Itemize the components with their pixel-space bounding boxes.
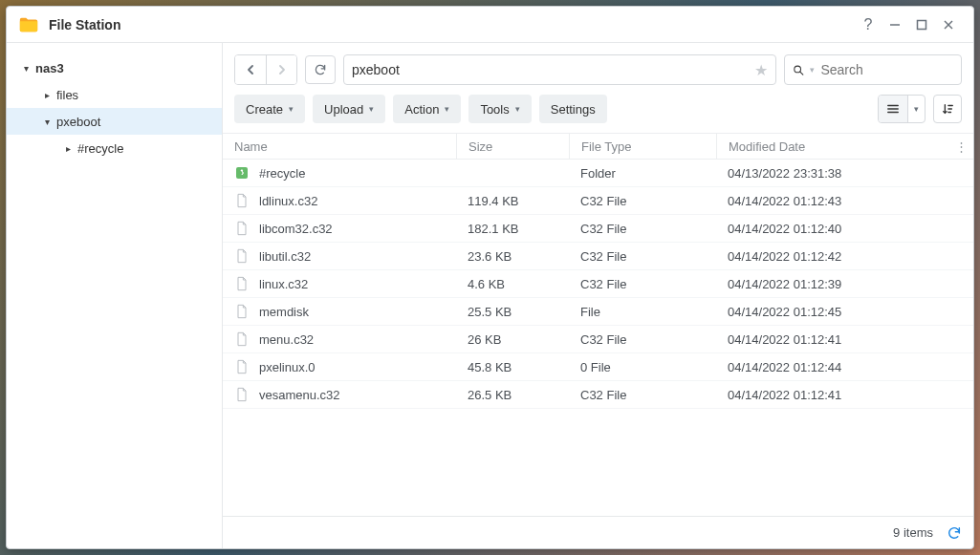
file-modified: 04/14/2022 01:12:45	[716, 298, 973, 325]
column-type[interactable]: File Type	[569, 134, 716, 159]
tree-root-label: nas3	[35, 61, 64, 75]
file-name: ldlinux.c32	[259, 194, 317, 208]
search-icon	[793, 63, 804, 77]
file-icon	[234, 248, 250, 264]
file-type: C32 File	[569, 270, 716, 297]
sort-button[interactable]	[933, 95, 962, 123]
file-type: C32 File	[569, 215, 716, 242]
navigation-toolbar: pxeboot ★ ▾	[223, 43, 973, 85]
file-modified: 04/14/2022 01:12:43	[716, 187, 973, 214]
table-row[interactable]: ldlinux.c32119.4 KBC32 File04/14/2022 01…	[223, 187, 973, 215]
file-name: linux.c32	[259, 277, 308, 291]
table-row[interactable]: menu.c3226 KBC32 File04/14/2022 01:12:41	[223, 326, 973, 353]
refresh-button[interactable]	[305, 55, 336, 84]
search-bar: ▾	[784, 54, 962, 85]
file-type: C32 File	[569, 381, 716, 408]
titlebar: File Station ?	[7, 7, 973, 43]
file-type: 0 File	[569, 353, 716, 380]
column-modified[interactable]: Modified Date	[716, 134, 973, 159]
body: ▾ nas3 ▸files▾pxeboot▸#recycle pxeboot ★…	[7, 43, 973, 548]
minimize-button[interactable]	[882, 11, 908, 38]
table-row[interactable]: #recycleFolder04/13/2022 23:31:38	[223, 160, 973, 187]
table-header: Name Size File Type Modified Date ⋮	[223, 133, 973, 160]
main-pane: pxeboot ★ ▾ Create▾ Upload▾ Action▾ Tool…	[223, 43, 973, 548]
status-refresh-button[interactable]	[947, 525, 962, 541]
file-modified: 04/14/2022 01:12:41	[716, 381, 973, 408]
file-type: C32 File	[569, 243, 716, 269]
back-button[interactable]	[235, 55, 266, 84]
tools-button[interactable]: Tools▾	[468, 95, 531, 123]
file-modified: 04/14/2022 01:12:44	[716, 353, 973, 380]
status-bar: 9 items	[223, 516, 973, 548]
file-modified: 04/13/2022 23:31:38	[716, 160, 973, 186]
search-input[interactable]	[820, 62, 953, 77]
action-toolbar: Create▾ Upload▾ Action▾ Tools▾ Settings …	[223, 85, 973, 133]
file-icon	[234, 221, 250, 236]
tree-item-label: files	[56, 88, 78, 102]
table-row[interactable]: vesamenu.c3226.5 KBC32 File04/14/2022 01…	[223, 381, 973, 409]
sidebar-tree: ▾ nas3 ▸files▾pxeboot▸#recycle	[7, 43, 223, 548]
search-dropdown-caret[interactable]: ▾	[810, 65, 815, 75]
file-type: Folder	[569, 160, 716, 186]
view-mode-button[interactable]: ▾	[878, 95, 926, 123]
file-icon	[234, 193, 250, 208]
list-view-icon	[879, 96, 907, 122]
upload-button[interactable]: Upload▾	[313, 95, 385, 123]
column-name[interactable]: Name	[223, 134, 456, 159]
column-size[interactable]: Size	[456, 134, 569, 159]
current-path: pxeboot	[352, 62, 400, 77]
tree-item[interactable]: ▸files	[7, 81, 222, 108]
file-type: C32 File	[569, 326, 716, 352]
file-icon	[234, 359, 250, 374]
maximize-button[interactable]	[908, 11, 935, 38]
table-row[interactable]: pxelinux.045.8 KB0 File04/14/2022 01:12:…	[223, 353, 973, 381]
chevron-right-icon[interactable]: ▸	[41, 90, 53, 100]
file-size: 45.8 KB	[456, 353, 569, 380]
file-icon	[234, 304, 250, 319]
chevron-right-icon[interactable]: ▸	[62, 143, 74, 154]
view-mode-caret[interactable]: ▾	[907, 96, 925, 122]
file-table: Name Size File Type Modified Date ⋮ #rec…	[223, 133, 973, 516]
help-button[interactable]: ?	[855, 11, 882, 38]
tree-item-label: #recycle	[77, 141, 123, 156]
svg-rect-1	[918, 20, 926, 29]
app-window: File Station ? ▾ nas3 ▸files▾pxeboot▸#re…	[6, 6, 974, 549]
file-type: C32 File	[569, 187, 716, 214]
table-row[interactable]: libutil.c3223.6 KBC32 File04/14/2022 01:…	[223, 243, 973, 270]
file-name: vesamenu.c32	[259, 388, 340, 402]
column-menu-icon[interactable]: ⋮	[955, 139, 968, 154]
action-button[interactable]: Action▾	[393, 95, 461, 123]
file-modified: 04/14/2022 01:12:42	[716, 243, 973, 269]
forward-button[interactable]	[266, 55, 296, 84]
favorite-star-icon[interactable]: ★	[754, 61, 768, 79]
file-icon	[234, 387, 250, 402]
tree-item[interactable]: ▸#recycle	[7, 135, 222, 161]
create-button[interactable]: Create▾	[234, 95, 305, 123]
path-bar[interactable]: pxeboot ★	[343, 54, 776, 85]
file-modified: 04/14/2022 01:12:41	[716, 326, 973, 352]
file-size: 23.6 KB	[456, 243, 569, 269]
tree-root[interactable]: ▾ nas3	[7, 54, 222, 81]
tree-item[interactable]: ▾pxeboot	[7, 108, 222, 135]
settings-button[interactable]: Settings	[539, 95, 607, 123]
file-size: 4.6 KB	[456, 270, 569, 297]
recycle-folder-icon	[234, 165, 250, 181]
svg-line-5	[800, 72, 803, 75]
file-name: #recycle	[259, 166, 305, 181]
close-button[interactable]	[935, 11, 962, 38]
file-icon	[234, 276, 250, 291]
table-row[interactable]: memdisk25.5 KBFile04/14/2022 01:12:45	[223, 298, 973, 326]
file-size: 25.5 KB	[456, 298, 569, 325]
chevron-down-icon[interactable]: ▾	[41, 117, 53, 127]
file-name: pxelinux.0	[259, 360, 316, 374]
table-row[interactable]: libcom32.c32182.1 KBC32 File04/14/2022 0…	[223, 215, 973, 243]
file-size: 26.5 KB	[456, 381, 569, 408]
file-size: 119.4 KB	[456, 187, 569, 214]
table-row[interactable]: linux.c324.6 KBC32 File04/14/2022 01:12:…	[223, 270, 973, 298]
file-icon	[234, 331, 250, 347]
chevron-down-icon[interactable]: ▾	[20, 63, 32, 74]
file-modified: 04/14/2022 01:12:40	[716, 215, 973, 242]
file-name: libcom32.c32	[259, 222, 333, 236]
file-modified: 04/14/2022 01:12:39	[716, 270, 973, 297]
file-size	[456, 160, 569, 186]
